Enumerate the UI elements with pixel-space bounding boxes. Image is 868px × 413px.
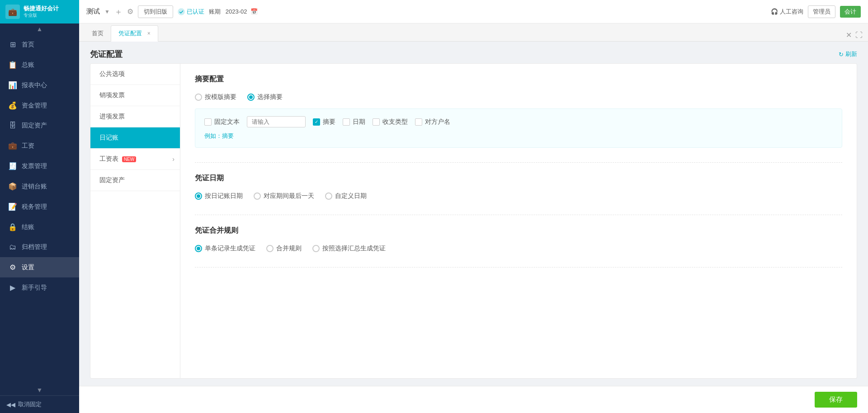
scroll-down-indicator: ▼	[0, 385, 79, 395]
merge-radio-group: 单条记录生成凭证 合并规则 按照选择汇总生成凭证	[195, 244, 842, 253]
company-chevron-icon[interactable]: ▼	[104, 9, 110, 15]
radio-journal-date[interactable]: 按日记账日期	[195, 192, 243, 200]
radio-select-summary[interactable]: 按照选择汇总生成凭证	[312, 244, 386, 253]
content-area: 凭证配置 ↻ 刷新 公共选项 销项发票 进项发票 日记账	[79, 42, 868, 413]
radio-select-circle	[247, 94, 255, 101]
nav-item-payroll-table[interactable]: 工资表 NEW ›	[90, 149, 180, 170]
refresh-button[interactable]: ↻ 刷新	[839, 50, 857, 58]
radio-custom-date-label: 自定义日期	[335, 192, 367, 200]
checkbox-summary[interactable]: ✓ 摘要	[313, 118, 335, 126]
period-value: 2023-02	[226, 8, 247, 15]
sidebar-item-tax[interactable]: 📝 税务管理	[0, 197, 79, 217]
summary-options-box: 固定文本 ✓ 摘要 日期	[195, 108, 842, 148]
sidebar-item-sales[interactable]: 📦 进销台账	[0, 176, 79, 197]
radio-merge-label: 合并规则	[276, 244, 302, 253]
sidebar-item-label: 报表中心	[22, 81, 47, 89]
main-area: 测试 ▼ ＋ ⚙ 切到旧版 已认证 账期 2023-02 📅 🎧 人工咨询 管理…	[79, 0, 868, 413]
radio-single-record[interactable]: 单条记录生成凭证	[195, 244, 255, 253]
sidebar-item-invoice[interactable]: 🧾 发票管理	[0, 156, 79, 176]
sidebar-item-close[interactable]: 🔒 结账	[0, 217, 79, 237]
certified-badge: 已认证	[178, 8, 204, 16]
example-text: 例如：摘要	[204, 132, 833, 140]
ledger-icon: 📋	[8, 61, 17, 69]
sidebar-item-home[interactable]: ⊞ 首页	[0, 34, 79, 55]
nav-item-fixed-assets[interactable]: 固定资产	[90, 170, 180, 191]
nav-item-public[interactable]: 公共选项	[90, 64, 180, 85]
merge-section: 凭证合并规则 单条记录生成凭证 合并规则 按照选择汇总生成凭证	[195, 226, 842, 253]
company-name: 测试	[86, 7, 100, 16]
close-window-icon[interactable]: ✕	[846, 31, 852, 39]
save-area: 保存	[79, 386, 868, 413]
two-col-layout: 公共选项 销项发票 进项发票 日记账 工资表 NEW › 固定资产	[79, 63, 868, 386]
counterparty-label: 对方户名	[425, 118, 450, 126]
checkbox-fixed-text[interactable]: 固定文本	[204, 118, 240, 126]
sidebar-item-reports[interactable]: 📊 报表中心	[0, 75, 79, 95]
radio-journal-date-circle	[195, 192, 202, 200]
sales-icon: 📦	[8, 182, 17, 191]
save-button[interactable]: 保存	[815, 392, 857, 408]
sidebar-item-label: 进销台账	[22, 183, 47, 191]
radio-custom-date[interactable]: 自定义日期	[325, 192, 367, 200]
pin-icon: ◀◀	[6, 401, 15, 408]
page-title: 凭证配置	[90, 49, 123, 60]
sidebar-item-label: 固定资产	[22, 122, 47, 130]
checkbox-income-type[interactable]: 收支类型	[373, 118, 408, 126]
cancel-pin-btn[interactable]: ◀◀ 取消固定	[0, 395, 79, 413]
sidebar-item-archive[interactable]: 🗂 归档管理	[0, 237, 79, 257]
tab-home[interactable]: 首页	[85, 26, 111, 41]
tabbar: 首页 凭证配置 × ✕ ⛶	[79, 23, 868, 42]
sidebar-item-label: 发票管理	[22, 162, 47, 170]
radio-template-summary[interactable]: 按模版摘要	[195, 93, 236, 101]
funds-icon: 💰	[8, 101, 17, 110]
tab-voucher-config[interactable]: 凭证配置 ×	[111, 25, 158, 42]
checkbox-date[interactable]: 日期	[343, 118, 365, 126]
radio-template-circle	[195, 94, 202, 101]
sidebar-item-payroll[interactable]: 💼 工资	[0, 136, 79, 156]
switch-old-version-button[interactable]: 切到旧版	[138, 5, 173, 18]
accountant-button[interactable]: 会计	[840, 6, 861, 18]
sidebar-logo: 💼 畅捷通好会计 专业版	[0, 0, 79, 23]
sidebar-item-label: 总账	[22, 61, 34, 69]
support-button[interactable]: 🎧 人工咨询	[771, 8, 803, 16]
radio-merge-rule[interactable]: 合并规则	[266, 244, 302, 253]
home-icon: ⊞	[8, 40, 17, 49]
sidebar-item-funds[interactable]: 💰 资金管理	[0, 95, 79, 116]
sidebar-item-label: 归档管理	[22, 243, 47, 251]
settings-gear-icon[interactable]: ⚙	[127, 7, 133, 16]
logo-icon: 💼	[5, 5, 20, 19]
radio-template-label: 按模版摘要	[205, 93, 236, 101]
radio-period-last[interactable]: 对应期间最后一天	[254, 192, 314, 200]
divider-3	[195, 267, 842, 268]
page-header: 凭证配置 ↻ 刷新	[79, 42, 868, 63]
logo-sub: 专业版	[24, 12, 59, 19]
radio-merge-circle	[266, 245, 274, 252]
date-radio-group: 按日记账日期 对应期间最后一天 自定义日期	[195, 192, 842, 200]
nav-item-sales-invoice[interactable]: 销项发票	[90, 85, 180, 106]
scroll-up-indicator: ▲	[0, 23, 79, 34]
sidebar-item-ledger[interactable]: 📋 总账	[0, 55, 79, 75]
checkbox-counterparty[interactable]: 对方户名	[415, 118, 450, 126]
period-info: 账期 2023-02 📅	[209, 8, 258, 16]
sidebar-item-guide[interactable]: ▶ 新手引导	[0, 277, 79, 298]
nav-item-journal[interactable]: 日记账	[90, 127, 180, 149]
radio-journal-date-label: 按日记账日期	[205, 192, 243, 200]
date-label: 日期	[353, 118, 365, 126]
income-type-label: 收支类型	[382, 118, 408, 126]
radio-select-summary[interactable]: 选择摘要	[247, 93, 283, 101]
nav-item-purchase-invoice[interactable]: 进项发票	[90, 106, 180, 127]
tabbar-actions: ✕ ⛶	[846, 31, 863, 41]
radio-single-circle	[195, 245, 202, 252]
manager-button[interactable]: 管理员	[808, 5, 835, 18]
reports-icon: 📊	[8, 81, 17, 89]
settings-icon: ⚙	[8, 263, 17, 272]
sidebar-item-assets[interactable]: 🗄 固定资产	[0, 116, 79, 136]
add-company-icon[interactable]: ＋	[114, 6, 123, 17]
sidebar-item-label: 税务管理	[22, 203, 47, 211]
summary-radio-group: 按模版摘要 选择摘要	[195, 93, 842, 101]
expand-icon[interactable]: ⛶	[855, 31, 863, 39]
tab-close-icon[interactable]: ×	[147, 30, 151, 37]
fixed-text-input[interactable]	[247, 116, 306, 127]
sidebar-item-settings[interactable]: ⚙ 设置	[0, 257, 79, 277]
sidebar-item-label: 设置	[22, 263, 34, 272]
fixed-text-label: 固定文本	[214, 118, 240, 126]
